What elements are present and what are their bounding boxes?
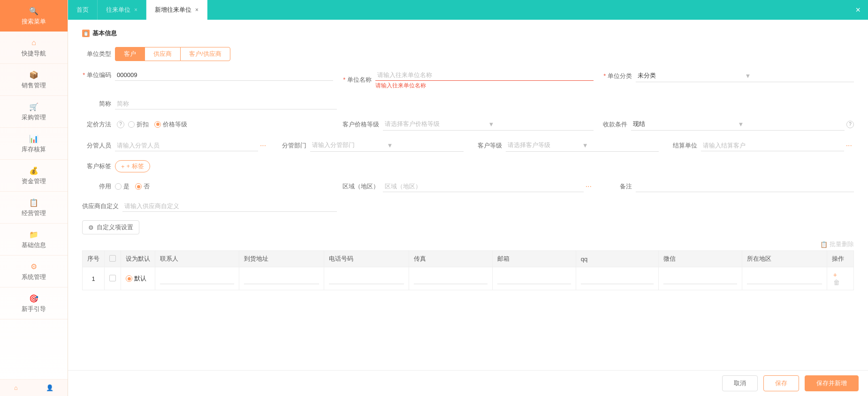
custom-settings-button[interactable]: ⚙ 自定义项设置 [82, 220, 139, 234]
sidebar-item-basic[interactable]: 📁 基础信息 [0, 224, 68, 256]
section-basic-info: 📋 基本信息 [82, 29, 854, 38]
pricing-level-label: 价格等级 [163, 120, 187, 129]
tab-partners-close[interactable]: × [134, 7, 137, 13]
type-btn-supplier[interactable]: 供应商 [145, 47, 180, 61]
region-input[interactable] [383, 181, 584, 192]
sidebar-item-search[interactable]: 🔍 搜索菜单 [0, 0, 68, 32]
form-row-disabled: 停用 是 否 区域（地区） ··· [82, 181, 854, 192]
payment-help-icon[interactable]: ? [846, 121, 854, 128]
unit-code-input[interactable] [115, 70, 333, 81]
row-address-input[interactable] [244, 273, 319, 284]
sidebar-footer-user[interactable]: 👤 [46, 384, 53, 391]
sidebar-item-quicknav[interactable]: ⌂ 快捷导航 [0, 32, 68, 64]
cell-email[interactable] [493, 267, 576, 290]
sidebar-item-finance[interactable]: 💰 资金管理 [0, 160, 68, 192]
dept-label: 分管部门 [277, 141, 310, 150]
search-icon: 🔍 [29, 6, 39, 16]
manager-input[interactable] [115, 140, 258, 151]
abbr-input[interactable] [115, 98, 337, 109]
add-tag-button[interactable]: + + 标签 [115, 160, 150, 172]
cell-qq[interactable] [576, 267, 658, 290]
remark-input[interactable] [636, 181, 854, 192]
sales-icon: 📦 [29, 70, 39, 80]
cell-wechat[interactable] [658, 267, 742, 290]
system-icon: ⚙ [29, 261, 39, 272]
save-button[interactable]: 保存 [763, 375, 799, 391]
cell-address[interactable] [239, 267, 324, 290]
field-manager: 分管人员 ··· [82, 140, 268, 151]
unit-name-error: 请输入往来单位名称 [375, 82, 594, 90]
customer-level-select[interactable]: 请选择客户等级 ▼ [506, 139, 659, 152]
pricing-label: 定价方法 [82, 120, 115, 129]
type-buttons: 客户 供应商 客户/供应商 [115, 47, 230, 61]
unit-category-select[interactable]: 未分类 ▼ [636, 70, 854, 82]
tab-partners[interactable]: 往来单位 × [98, 0, 146, 20]
pricing-discount[interactable]: 折扣 [128, 120, 149, 129]
tab-home[interactable]: 首页 [68, 0, 98, 20]
pricing-radio-group: 折扣 价格等级 [128, 120, 187, 129]
contact-table: 序号 设为默认 联系人 到货地址 电话号码 传真 邮箱 qq 微信 所在地区 操… [82, 250, 854, 290]
sidebar-item-guide[interactable]: 🎯 新手引导 [0, 287, 68, 319]
row-del-btn[interactable]: 🗑 [832, 279, 841, 286]
cancel-button[interactable]: 取消 [722, 375, 758, 391]
cell-default: 默认 [121, 267, 155, 290]
pricing-level[interactable]: 价格等级 [154, 120, 187, 129]
customer-price-level-select[interactable]: 请选择客户价格等级 ▼ [383, 118, 594, 131]
sidebar-item-system[interactable]: ⚙ 系统管理 [0, 256, 68, 287]
disabled-yes[interactable]: 是 [115, 182, 129, 191]
batch-delete-label[interactable]: 批量删除 [830, 240, 854, 248]
tab-bar-close-btn[interactable]: × [848, 5, 868, 15]
content-area: 📋 基本信息 单位类型 客户 供应商 客户/供应商 单位编码 [68, 20, 868, 370]
tags-label: 客户标签 [82, 162, 115, 171]
type-btn-customer[interactable]: 客户 [115, 47, 145, 61]
row-default-radio[interactable] [126, 275, 132, 282]
settlement-more[interactable]: ··· [844, 141, 854, 150]
th-seq: 序号 [83, 251, 105, 267]
unit-category-value: 未分类 [638, 71, 745, 80]
region-more[interactable]: ··· [584, 182, 594, 191]
tab-bar: 首页 往来单位 × 新增往来单位 × × [68, 0, 868, 20]
row-fax-input[interactable] [414, 273, 487, 284]
disabled-no[interactable]: 否 [135, 182, 150, 191]
cell-fax[interactable] [409, 267, 493, 290]
supplier-custom-input[interactable] [122, 201, 337, 212]
row-wechat-input[interactable] [663, 273, 737, 284]
save-new-button[interactable]: 保存并新增 [805, 375, 859, 391]
field-settlement: 结算单位 ··· [668, 140, 854, 151]
row-checkbox[interactable] [109, 275, 116, 281]
row-region-input[interactable] [747, 273, 822, 284]
sidebar-footer-home[interactable]: ⌂ [14, 384, 18, 391]
type-btn-both[interactable]: 客户/供应商 [180, 47, 230, 61]
row-phone-input[interactable] [329, 273, 404, 284]
disabled-no-radio [135, 183, 142, 190]
sidebar-item-sales[interactable]: 📦 销售管理 [0, 64, 68, 96]
section-icon: 📋 [82, 30, 90, 37]
unit-name-input[interactable] [375, 70, 594, 81]
unit-name-wrapper: 请输入往来单位名称 [375, 70, 594, 90]
header-action: 操作 [832, 255, 844, 262]
field-abbr: 简称 [82, 98, 337, 109]
sidebar-item-inventory[interactable]: 📊 库存核算 [0, 128, 68, 160]
manager-more[interactable]: ··· [258, 141, 268, 150]
tab-new-partner[interactable]: 新增往来单位 × [146, 0, 207, 20]
cell-phone[interactable] [324, 267, 409, 290]
cell-region[interactable] [742, 267, 827, 290]
payment-terms-select[interactable]: 现结 ▼ [631, 118, 845, 131]
tab-new-partner-close[interactable]: × [195, 7, 198, 13]
dept-select[interactable]: 请输入分管部门 ▼ [310, 139, 463, 152]
header-checkbox[interactable] [109, 255, 116, 262]
th-action: 操作 [827, 251, 853, 267]
pricing-help-icon[interactable]: ? [117, 121, 124, 128]
row-qq-input[interactable] [581, 273, 654, 284]
footer: 取消 保存 保存并新增 [68, 370, 868, 396]
row-contact-input[interactable] [160, 273, 234, 284]
row-email-input[interactable] [497, 273, 571, 284]
header-contact: 联系人 [160, 255, 178, 262]
th-region: 所在地区 [742, 251, 827, 267]
row-add-btn[interactable]: + [832, 271, 838, 279]
cell-contact[interactable] [155, 267, 239, 290]
sidebar-item-purchase[interactable]: 🛒 采购管理 [0, 96, 68, 128]
settlement-input[interactable] [701, 140, 844, 151]
th-email: 邮箱 [493, 251, 576, 267]
sidebar-item-operation[interactable]: 📋 经营管理 [0, 192, 68, 224]
